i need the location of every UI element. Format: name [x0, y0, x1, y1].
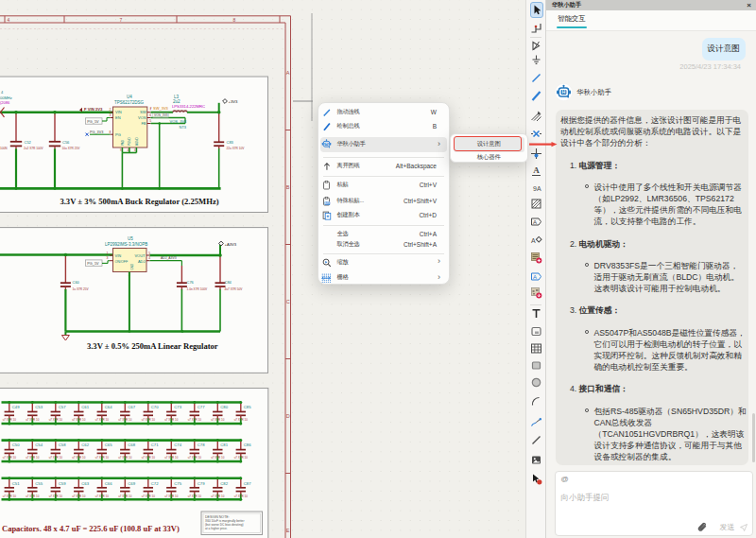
svg-text:VOUT: VOUT	[134, 253, 146, 258]
svg-text:VOS_3V3: VOS_3V3	[154, 113, 168, 117]
svg-text:C70: C70	[151, 405, 159, 409]
svg-text:100N: 100N	[0, 147, 8, 150]
svg-text:VIN: VIN	[115, 110, 122, 114]
svg-text:A: A	[531, 237, 536, 244]
svg-text:u7 X7R 10: u7 X7R 10	[3, 418, 17, 422]
svg-text:EN: EN	[115, 115, 121, 120]
svg-text:at a higher price.: at a higher price.	[205, 527, 228, 530]
svg-text:C78: C78	[198, 443, 205, 447]
svg-text:C63: C63	[81, 481, 89, 486]
svg-text:3.3V ± 0.5% 250mA Linear Regul: 3.3V ± 0.5% 250mA Linear Regulator	[87, 341, 218, 351]
svg-text:2: 2	[110, 108, 112, 112]
svg-text:Capacitors. 48 x 4.7 uF = 225.: Capacitors. 48 x 4.7 uF = 225.6 uF (100.…	[2, 524, 180, 533]
svg-text:C77: C77	[198, 405, 205, 409]
svg-text:u7 X7R 10: u7 X7R 10	[72, 456, 86, 460]
svg-text:u7 X7R 10: u7 X7R 10	[72, 418, 86, 422]
svg-text:u7 X7R 10: u7 X7R 10	[26, 495, 40, 498]
svg-text:u7 X7R 10: u7 X7R 10	[164, 418, 179, 422]
svg-text:u7 X7R 10: u7 X7R 10	[49, 495, 63, 498]
svg-text:u7 X7R 10: u7 X7R 10	[95, 456, 110, 460]
svg-text:DESIGN NOTE:: DESIGN NOTE:	[205, 515, 230, 519]
svg-text:u7 X7R 10: u7 X7R 10	[164, 456, 179, 460]
svg-text:C60: C60	[73, 280, 80, 285]
svg-text:AGND: AGND	[135, 136, 139, 146]
svg-text:FB: FB	[141, 121, 146, 126]
svg-text:VOS: VOS	[138, 115, 146, 120]
svg-text:1.0n X7R 100V: 1.0n X7R 100V	[187, 287, 208, 291]
svg-text:u7 X7R 10: u7 X7R 10	[26, 456, 40, 460]
svg-text:C55: C55	[35, 481, 43, 486]
svg-text:H: H	[325, 142, 328, 146]
svg-text:C: C	[286, 299, 290, 304]
svg-text:A: A	[533, 219, 537, 225]
svg-text:ADJ: ADJ	[138, 259, 146, 264]
svg-text:6: 6	[149, 113, 151, 117]
svg-text:L3: L3	[174, 95, 180, 99]
svg-text:F VIN 3V3: F VIN 3V3	[84, 107, 103, 112]
svg-text:C64: C64	[105, 405, 112, 409]
svg-text:u7 X7R 10: u7 X7R 10	[211, 456, 225, 460]
svg-text:00MHz: 00MHz	[0, 95, 12, 100]
svg-text:C71: C71	[151, 443, 159, 447]
svg-text:C61: C61	[81, 405, 89, 409]
svg-text:4: 4	[148, 256, 150, 260]
svg-text:A: A	[286, 70, 290, 76]
svg-text:C82: C82	[220, 481, 228, 486]
svg-text:10u X7R 25V: 10u X7R 25V	[62, 147, 81, 150]
svg-text:C51: C51	[12, 481, 20, 486]
svg-text:C65: C65	[105, 443, 112, 447]
svg-text:A: A	[533, 165, 540, 175]
svg-text:LP2992IMS-3.3/NOPB: LP2992IMS-3.3/NOPB	[105, 242, 147, 247]
svg-text:C57: C57	[59, 405, 66, 409]
svg-text:u7 X7R 10: u7 X7R 10	[142, 495, 156, 498]
svg-text:8: 8	[233, 17, 236, 23]
svg-text:u7 X7R 10: u7 X7R 10	[118, 495, 132, 498]
svg-text:3: 3	[110, 113, 112, 117]
svg-text:u7 X7R 10: u7 X7R 10	[188, 456, 202, 460]
svg-text:u7 X7R 10: u7 X7R 10	[118, 456, 132, 460]
svg-text:3: 3	[107, 256, 109, 260]
svg-text:u7 X7R 10: u7 X7R 10	[95, 495, 110, 498]
svg-text:+A3V3: +A3V3	[225, 242, 237, 247]
svg-text:VOS_3V3: VOS_3V3	[170, 119, 188, 124]
svg-text:C52: C52	[25, 140, 32, 145]
svg-text:D: D	[286, 413, 290, 419]
svg-text:u7 X7R 10: u7 X7R 10	[3, 495, 17, 498]
svg-text:C58: C58	[59, 443, 66, 447]
svg-text:C74: C74	[174, 443, 181, 447]
svg-text:7: 7	[120, 17, 123, 23]
svg-text:1: 1	[107, 252, 109, 255]
svg-text:C73: C73	[174, 405, 181, 409]
svg-text:+3V3: +3V3	[229, 99, 239, 104]
svg-text:C49: C49	[12, 405, 20, 409]
svg-text:C84: C84	[225, 280, 232, 285]
svg-text:4u7 X7R 50V: 4u7 X7R 50V	[225, 287, 244, 291]
svg-text:C81: C81	[220, 443, 228, 447]
svg-text:C83: C83	[227, 140, 234, 145]
svg-text:C68: C68	[128, 443, 135, 447]
svg-text:C69: C69	[128, 481, 135, 486]
svg-text:7: 7	[150, 107, 152, 111]
svg-text:22u X7R 10V: 22u X7R 10V	[227, 147, 246, 150]
svg-text:u7 X7R 10: u7 X7R 10	[26, 418, 40, 422]
svg-text:u7 X7R 10: u7 X7R 10	[49, 418, 63, 422]
svg-text:(2086: (2086	[0, 100, 10, 105]
svg-text:TPS62172DSG: TPS62172DSG	[114, 100, 145, 105]
svg-text:8: 8	[110, 130, 112, 134]
svg-text:ABN: ABN	[324, 200, 330, 204]
svg-text:B: B	[286, 184, 290, 190]
svg-text:u7 X7R 10: u7 X7R 10	[142, 456, 156, 460]
svg-text:C54: C54	[35, 443, 43, 447]
svg-text:9A: 9A	[533, 184, 541, 191]
svg-text:LPS3314-222MRC: LPS3314-222MRC	[172, 104, 205, 109]
svg-text:C62: C62	[81, 443, 89, 447]
svg-text:C79: C79	[198, 481, 205, 486]
svg-text:PGND: PGND	[128, 136, 131, 146]
svg-text:C67: C67	[128, 405, 135, 409]
svg-text:U5: U5	[128, 236, 133, 241]
svg-text:C56: C56	[62, 140, 70, 145]
svg-text:H: H	[561, 89, 565, 95]
svg-text:1u X7R 25V: 1u X7R 25V	[73, 287, 90, 291]
svg-text:C53: C53	[35, 405, 43, 409]
svg-text:C87: C87	[244, 481, 251, 486]
